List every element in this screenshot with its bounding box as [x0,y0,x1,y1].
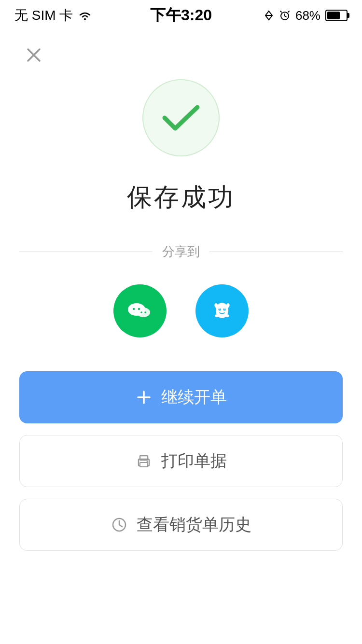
divider-line-left [19,252,153,252]
battery-bar [325,10,348,21]
plus-icon [135,389,153,406]
svg-point-0 [84,18,86,20]
main-content: 保存成功 分享到 [0,31,362,644]
location-icon [264,10,274,21]
checkmark-icon [162,103,200,132]
status-right: 68% [264,8,348,23]
alarm-icon [279,10,291,21]
time-display: 下午3:20 [150,5,212,26]
qq-share-button[interactable] [195,284,249,337]
battery-fill [327,12,340,19]
continue-order-button[interactable]: 继续开单 [19,371,343,423]
action-buttons: 继续开单 打印单据 查看销货单历史 [19,371,343,551]
print-label: 打印单据 [161,450,227,472]
status-left: 无 SIM 卡 [14,6,92,25]
qq-icon [206,295,238,327]
status-bar: 无 SIM 卡 下午3:20 68% [0,0,362,31]
printer-icon [135,452,153,470]
svg-point-8 [140,311,142,313]
share-label: 分享到 [162,243,200,260]
svg-rect-23 [140,462,148,467]
battery-percent: 68% [295,8,320,23]
continue-order-label: 继续开单 [161,386,227,408]
svg-point-9 [144,311,146,313]
success-title: 保存成功 [127,181,235,214]
svg-point-12 [224,314,229,317]
svg-point-7 [138,308,140,310]
svg-point-16 [224,308,225,309]
close-button[interactable] [19,41,48,70]
no-sim-text: 无 SIM 卡 [14,6,73,25]
svg-point-6 [133,308,135,310]
clock-icon [111,516,128,533]
svg-line-27 [119,525,122,527]
svg-point-11 [215,314,220,317]
history-button[interactable]: 查看销货单历史 [19,499,343,551]
wechat-share-button[interactable] [113,284,167,337]
history-label: 查看销货单历史 [137,514,251,536]
print-button[interactable]: 打印单据 [19,435,343,487]
divider-line-right [209,252,343,252]
success-icon-circle [142,79,220,156]
share-icons-row [113,284,249,337]
wechat-icon [124,295,156,327]
wifi-icon [78,10,92,21]
share-divider: 分享到 [19,243,343,260]
svg-point-24 [147,461,148,462]
svg-point-15 [219,308,220,309]
